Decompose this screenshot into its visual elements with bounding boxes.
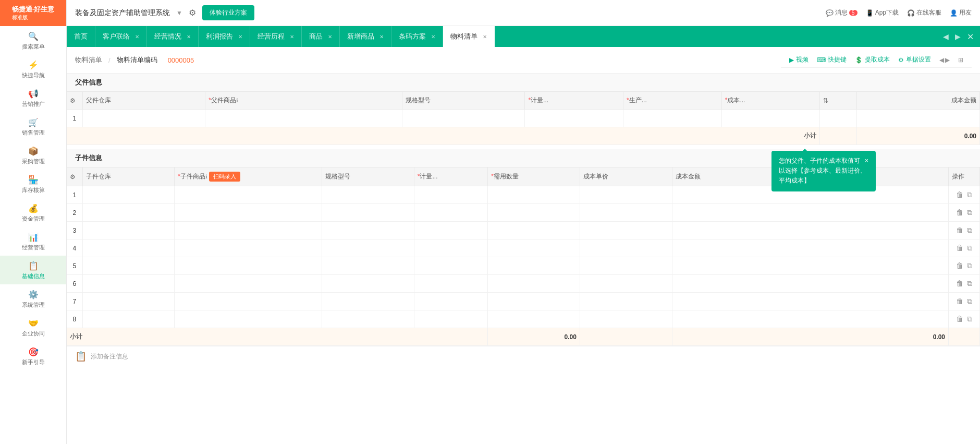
child-cell-product[interactable] xyxy=(175,222,322,239)
child-cell-spec[interactable] xyxy=(322,275,414,293)
child-cell-warehouse[interactable] xyxy=(82,275,175,293)
child-cell-spec[interactable] xyxy=(322,222,414,239)
delete-row-btn[interactable]: 🗑 xyxy=(956,261,963,270)
child-cell-quantity[interactable] xyxy=(488,186,580,204)
nav-tab-barcode[interactable]: 条码方案✕ xyxy=(391,26,443,47)
app-download-icon[interactable]: 📱 App下载 xyxy=(866,8,899,17)
child-cell-unit[interactable] xyxy=(414,222,487,239)
sidebar-item-marketing[interactable]: 📢营销推广 xyxy=(0,83,66,112)
copy-row-btn[interactable]: ⧉ xyxy=(967,315,972,323)
child-cell-warehouse[interactable] xyxy=(82,310,175,328)
delete-row-btn[interactable]: 🗑 xyxy=(956,315,963,323)
child-cell-quantity[interactable] xyxy=(488,204,580,222)
child-cell-spec[interactable] xyxy=(322,239,414,257)
video-btn[interactable]: ▶ 视频 xyxy=(789,55,808,64)
child-cell-quantity[interactable] xyxy=(488,275,580,293)
topbar-gear-icon[interactable]: ⚙ xyxy=(189,8,196,18)
nav-tab-close-operations[interactable]: ✕ xyxy=(187,34,191,40)
child-cell-warehouse[interactable] xyxy=(82,204,175,222)
tooltip-close-btn[interactable]: × xyxy=(865,156,868,166)
child-cell-unit-cost[interactable] xyxy=(580,275,672,293)
nav-tab-close-profit[interactable]: ✕ xyxy=(238,34,242,40)
child-cell-unit-cost[interactable] xyxy=(580,222,672,239)
sidebar-item-collab[interactable]: 🤝企业协同 xyxy=(0,313,66,342)
nav-tab-close-goods[interactable]: ✕ xyxy=(328,34,332,40)
sidebar-item-sales[interactable]: 🛒销售管理 xyxy=(0,112,66,141)
sidebar-item-search[interactable]: 🔍搜索菜单 xyxy=(0,26,66,55)
child-cell-spec[interactable] xyxy=(322,257,414,275)
nav-tab-history[interactable]: 经营历程✕ xyxy=(250,26,302,47)
copy-row-btn[interactable]: ⧉ xyxy=(967,226,972,234)
arrow-right-icon[interactable]: ▶ xyxy=(945,56,950,64)
copy-row-btn[interactable]: ⧉ xyxy=(967,297,972,305)
sidebar-item-purchase[interactable]: 📦采购管理 xyxy=(0,141,66,170)
scan-input-btn[interactable]: 扫码录入 xyxy=(209,172,240,182)
delete-row-btn[interactable]: 🗑 xyxy=(956,208,963,217)
child-cell-unit-cost[interactable] xyxy=(580,293,672,310)
parent-cell-production[interactable] xyxy=(623,110,722,127)
child-cell-product[interactable] xyxy=(175,204,322,222)
copy-row-btn[interactable]: ⧉ xyxy=(967,279,972,287)
sidebar-item-quicknav[interactable]: ⚡快捷导航 xyxy=(0,55,66,83)
child-cell-quantity[interactable] xyxy=(488,293,580,310)
nav-close-icon[interactable]: ✕ xyxy=(965,32,976,42)
child-cell-unit[interactable] xyxy=(414,239,487,257)
child-cell-warehouse[interactable] xyxy=(82,293,175,310)
parent-cell-warehouse[interactable] xyxy=(82,110,205,127)
child-cell-spec[interactable] xyxy=(322,204,414,222)
child-cell-unit-cost[interactable] xyxy=(580,239,672,257)
child-cell-warehouse[interactable] xyxy=(82,222,175,239)
delete-row-btn[interactable]: 🗑 xyxy=(956,244,963,252)
nav-left-arrow[interactable]: ◀ xyxy=(941,32,951,41)
child-cell-spec[interactable] xyxy=(322,186,414,204)
online-service-icon[interactable]: 🎧 在线客服 xyxy=(907,8,941,17)
child-cell-spec[interactable] xyxy=(322,310,414,328)
delete-row-btn[interactable]: 🗑 xyxy=(956,190,963,199)
topbar-dropdown[interactable]: ▼ xyxy=(176,9,182,17)
notes-text[interactable]: 添加备注信息 xyxy=(91,352,128,361)
child-cell-product[interactable] xyxy=(175,275,322,293)
child-cell-quantity[interactable] xyxy=(488,239,580,257)
nav-tab-customers[interactable]: 客户联络✕ xyxy=(95,26,147,47)
copy-row-btn[interactable]: ⧉ xyxy=(967,244,972,252)
nav-tab-profit[interactable]: 利润报告✕ xyxy=(199,26,250,47)
child-cell-unit-cost[interactable] xyxy=(580,186,672,204)
child-cell-unit[interactable] xyxy=(414,204,487,222)
shortcut-btn[interactable]: ⌨ 快捷键 xyxy=(817,55,847,64)
nav-tab-close-new_goods[interactable]: ✕ xyxy=(379,34,384,40)
messages-icon[interactable]: 💬 消息 5 xyxy=(826,8,858,17)
parent-cell-product[interactable] xyxy=(205,110,402,127)
sidebar-item-basic[interactable]: 📋基础信息 xyxy=(0,256,66,284)
nav-tab-close-history[interactable]: ✕ xyxy=(290,34,294,40)
copy-row-btn[interactable]: ⧉ xyxy=(967,261,972,270)
child-cell-unit-cost[interactable] xyxy=(580,204,672,222)
nav-tab-close-customers[interactable]: ✕ xyxy=(135,34,139,40)
child-cell-unit[interactable] xyxy=(414,186,487,204)
child-cell-product[interactable] xyxy=(175,239,322,257)
nav-tab-goods[interactable]: 商品✕ xyxy=(302,26,340,47)
nav-tab-home[interactable]: 首页 xyxy=(67,26,95,47)
child-cell-unit[interactable] xyxy=(414,257,487,275)
sidebar-item-system[interactable]: ⚙️系统管理 xyxy=(0,284,66,313)
nav-tab-close-barcode[interactable]: ✕ xyxy=(431,34,435,40)
child-cell-unit-cost[interactable] xyxy=(580,310,672,328)
child-cell-warehouse[interactable] xyxy=(82,257,175,275)
single-settings-btn[interactable]: ⚙ 单据设置 xyxy=(898,55,931,64)
child-cell-spec[interactable] xyxy=(322,293,414,310)
trial-button[interactable]: 体验行业方案 xyxy=(202,5,254,20)
parent-cell-spec[interactable] xyxy=(402,110,525,127)
parent-cell-unit[interactable] xyxy=(525,110,623,127)
child-cell-product[interactable] xyxy=(175,310,322,328)
extract-cost-btn[interactable]: 💲 提取成本 xyxy=(855,55,890,64)
child-cell-unit-cost[interactable] xyxy=(580,257,672,275)
child-cell-product[interactable] xyxy=(175,293,322,310)
child-cell-warehouse[interactable] xyxy=(82,186,175,204)
grid-icon[interactable]: ⊞ xyxy=(958,56,963,64)
child-cell-unit[interactable] xyxy=(414,310,487,328)
parent-cell-cost[interactable] xyxy=(721,110,820,127)
sidebar-item-guide[interactable]: 🎯新手引导 xyxy=(0,342,66,370)
delete-row-btn[interactable]: 🗑 xyxy=(956,226,963,234)
nav-tab-close-bom[interactable]: ✕ xyxy=(483,34,487,40)
child-cell-product[interactable] xyxy=(175,257,322,275)
delete-row-btn[interactable]: 🗑 xyxy=(956,279,963,287)
